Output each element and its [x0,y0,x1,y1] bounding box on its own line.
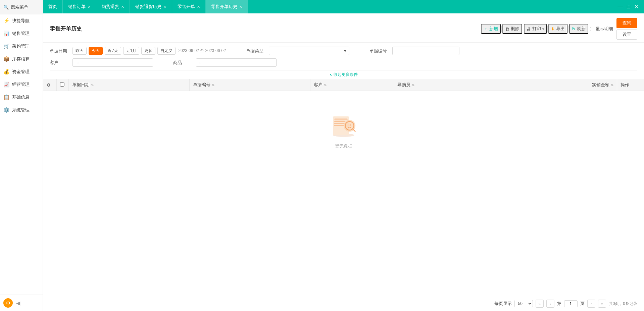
tab-sales-return-label: 销货退货 [102,4,119,10]
th-number[interactable]: 单据编号 ⇅ [189,79,310,91]
date-filter-label: 单据日期 [50,48,70,54]
sidebar-item-operations[interactable]: 📈 经营管理 [0,78,43,91]
query-button[interactable]: 查询 [616,18,637,28]
sidebar-item-label: 基础信息 [12,94,30,100]
tab-sales-order[interactable]: 销售订单 ✕ [63,0,96,13]
per-page-select[interactable]: 10 20 50 100 [514,300,533,307]
show-detail-input[interactable] [590,27,594,31]
product-ellipsis: ··· [199,60,203,65]
sidebar-item-label: 经营管理 [12,82,30,88]
last-page-button[interactable]: » [598,300,606,308]
system-mgmt-icon: ⚙️ [3,107,9,113]
minimize-button[interactable]: — [617,4,623,10]
add-icon: ＋ [484,26,488,32]
th-action: 操作 [617,79,644,91]
date-btn-custom[interactable]: 自定义 [157,47,176,55]
th-date[interactable]: 单据日期 ⇅ [69,79,190,91]
th-date-sort[interactable]: ⇅ [91,83,94,87]
collapse-button[interactable]: ∧ 收起更多条件 [50,70,637,79]
product-filter-label: 商品 [173,60,193,66]
tab-sales-return[interactable]: 销货退货 ✕ [96,0,130,13]
number-input[interactable] [392,47,459,55]
tab-retail-open[interactable]: 零售开单 ✕ [172,0,206,13]
tab-retail-open-close[interactable]: ✕ [197,5,200,9]
first-page-button[interactable]: « [536,300,544,308]
date-btn-last1m[interactable]: 近1月 [123,47,140,55]
th-number-sort[interactable]: ⇅ [212,83,214,87]
th-salesperson-sort[interactable]: ⇅ [412,83,414,87]
print-icon: 🖨 [527,27,531,32]
tab-home[interactable]: 首页 [43,0,63,13]
tab-retail-open-history[interactable]: 零售开单历史 ✕ [206,0,248,13]
page-label-before: 第 [557,301,561,307]
sidebar-item-label: 资金管理 [12,69,30,75]
top-nav: 首页 销售订单 ✕ 销货退货 ✕ 销货退货历史 ✕ 零售开单 ✕ 零售开单历史 … [43,0,644,13]
th-amount[interactable]: 实销金额 ⇅ [496,79,617,91]
sidebar-item-finance[interactable]: 💰 资金管理 [0,65,43,78]
total-info: 共0页，0条记录 [609,301,637,307]
export-button[interactable]: ⬇ 导出 [548,24,567,34]
toolbar-divider-2 [523,26,523,32]
show-detail-checkbox[interactable]: 显示明细 [590,26,613,32]
product-select[interactable]: ··· [196,58,277,67]
sidebar-item-quick-nav[interactable]: ⚡ 快捷导航 [0,14,43,27]
th-check[interactable] [57,79,69,91]
tab-sales-order-label: 销售订单 [68,4,86,10]
customer-select[interactable]: ··· [72,58,153,67]
next-page-button[interactable]: › [587,300,595,308]
inventory-icon: 📦 [3,56,9,62]
tab-sales-return-close[interactable]: ✕ [121,5,124,9]
tab-sales-order-close[interactable]: ✕ [88,5,91,9]
select-all-checkbox[interactable] [60,82,64,87]
date-filter-group: 单据日期 昨天 今天 近7天 近1月 更多 自定义 2023-06-02 至 2… [50,47,226,55]
settings-button[interactable]: 设置 [616,30,637,40]
tab-home-label: 首页 [48,4,57,10]
date-btn-yesterday[interactable]: 昨天 [72,47,87,55]
sidebar-item-system-mgmt[interactable]: ⚙️ 系统管理 [0,104,43,116]
date-btn-today[interactable]: 今天 [89,47,103,55]
maximize-button[interactable]: □ [627,4,630,10]
date-btn-more[interactable]: 更多 [141,47,155,55]
th-customer[interactable]: 客户 ⇅ [310,79,394,91]
settings-bottom-icon[interactable]: ⚙ [3,298,13,308]
sidebar-item-inventory[interactable]: 📦 库存核算 [0,53,43,65]
sidebar-item-sales-mgmt[interactable]: 📊 销售管理 [0,27,43,40]
tab-retail-open-history-close[interactable]: ✕ [239,5,242,9]
sidebar-item-basic-info[interactable]: 📋 基础信息 [0,91,43,104]
page-number-input[interactable] [564,300,578,307]
refresh-icon: ↻ [572,27,576,32]
print-arrow: ▾ [542,27,544,31]
collapse-label: 收起更多条件 [334,72,358,77]
product-filter-group: 商品 ··· [173,58,277,67]
delete-icon: 🗑 [505,27,509,32]
print-button[interactable]: 🖨 打印 ▾ [524,24,547,34]
type-select[interactable]: ▾ [269,47,349,55]
sidebar-search-label: 搜索菜单 [11,4,28,10]
delete-button[interactable]: 🗑 删除 [502,24,522,34]
search-icon: 🔍 [3,5,9,10]
add-label: 新增 [489,26,498,32]
sidebar-item-purchase-mgmt[interactable]: 🛒 采购管理 [0,40,43,53]
sidebar-collapse-button[interactable]: ◀ [16,300,20,306]
refresh-button[interactable]: ↻ 刷新 [569,24,588,34]
th-settings[interactable]: ⚙ [43,79,57,91]
close-button[interactable]: ✕ [634,4,639,10]
tab-sales-return-history-close[interactable]: ✕ [163,5,166,9]
empty-illustration [327,111,360,138]
filter-row-2: 客户 ··· 商品 ··· [50,58,637,67]
toolbar-divider-1 [501,26,502,32]
add-button[interactable]: ＋ 新增 [481,24,501,34]
date-btn-last7[interactable]: 近7天 [105,47,121,55]
th-customer-sort[interactable]: ⇅ [324,83,327,87]
sidebar-search[interactable]: 🔍 搜索菜单 [0,0,43,14]
main-area: 首页 销售订单 ✕ 销货退货 ✕ 销货退货历史 ✕ 零售开单 ✕ 零售开单历史 … [43,0,644,311]
toolbar: ＋ 新增 🗑 删除 🖨 打印 ▾ ⬇ 导出 [481,18,637,40]
th-amount-sort[interactable]: ⇅ [611,83,613,87]
tab-sales-return-history[interactable]: 销货退货历史 ✕ [130,0,172,13]
toolbar-divider-4 [568,26,568,32]
prev-page-button[interactable]: ‹ [546,300,554,308]
operations-icon: 📈 [3,82,9,88]
th-salesperson[interactable]: 导购员 ⇅ [394,79,496,91]
delete-label: 删除 [511,26,519,32]
date-buttons: 昨天 今天 近7天 近1月 更多 自定义 [72,47,176,55]
